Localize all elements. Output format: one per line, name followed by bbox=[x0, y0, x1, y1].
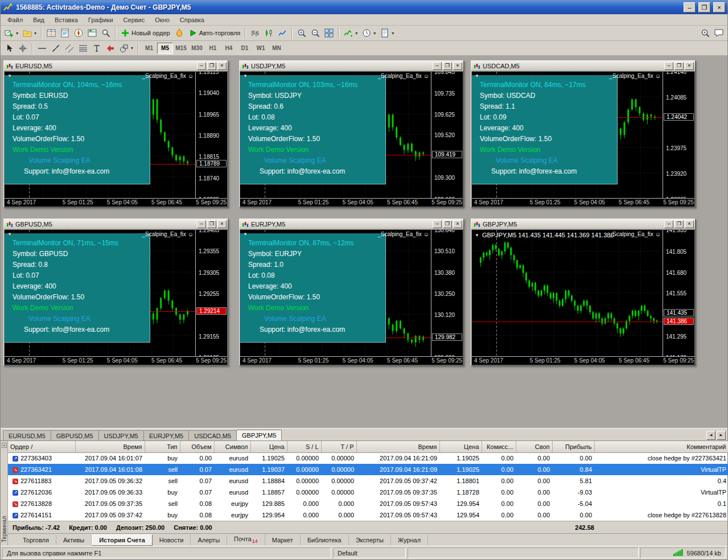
chart-window-titlebar[interactable]: GBPJPY,M5 – ❐ × bbox=[471, 219, 695, 229]
menu-tools[interactable]: Сервис bbox=[118, 15, 150, 25]
dropdown-arrow-icon[interactable]: ▾ bbox=[34, 31, 36, 36]
history-row-227363403[interactable]: ↗2273634032017.09.04 16:01:07buy0.00euru… bbox=[8, 452, 728, 464]
periods-button[interactable]: ▾ bbox=[360, 27, 378, 39]
indicators-button[interactable]: ▾ bbox=[342, 27, 360, 39]
chart-close-button[interactable]: × bbox=[685, 220, 694, 228]
chart-plot-area[interactable]: ▼ _Scalping_Ea_fix☺ TerminalMonitor ON, … bbox=[5, 230, 195, 356]
minimize-button[interactable]: – bbox=[684, 2, 696, 13]
chart-restore-button[interactable]: ❐ bbox=[443, 62, 452, 70]
chart-tab-eurjpy-m5[interactable]: EURJPY,M5 bbox=[143, 430, 189, 440]
timeframe-w1[interactable]: W1 bbox=[253, 43, 269, 54]
chart-restore-button[interactable]: ❐ bbox=[674, 62, 684, 70]
terminal-tab-journal[interactable]: Журнал bbox=[391, 535, 428, 545]
horizontal-line-button[interactable] bbox=[35, 42, 49, 55]
terminal-button[interactable] bbox=[85, 27, 99, 39]
history-row-227611883[interactable]: ↘2276118832017.09.05 09:36:32sell0.07eur… bbox=[8, 475, 728, 487]
column-header-3[interactable]: Объем bbox=[180, 441, 214, 452]
chart-restore-button[interactable]: ❐ bbox=[443, 220, 452, 228]
chart-window-usdcad[interactable]: USDCAD,M5 – ❐ × ▼ _Scalping_Ea_fix☺ Term… bbox=[471, 60, 696, 208]
menu-file[interactable]: Файл bbox=[2, 15, 28, 25]
chart-plot-area[interactable]: ▼ _Scalping_Ea_fix☺ TerminalMonitor ON, … bbox=[5, 72, 195, 198]
column-header-13[interactable]: Комментарий bbox=[594, 441, 728, 452]
navigator-button[interactable] bbox=[72, 27, 85, 39]
timeframe-h1[interactable]: H1 bbox=[205, 43, 221, 54]
chart-plot-area[interactable]: ▼ _Scalping_Ea_fix☺ TerminalMonitor ON, … bbox=[240, 72, 431, 198]
chart-close-button[interactable]: × bbox=[217, 220, 227, 228]
terminal-tab-trade[interactable]: Торговля bbox=[16, 535, 56, 545]
time-axis[interactable]: 4 Sep 20175 Sep 01:255 Sep 04:055 Sep 06… bbox=[5, 198, 227, 207]
restore-button[interactable]: ❐ bbox=[698, 2, 710, 13]
chart-minimize-button[interactable]: – bbox=[433, 62, 442, 70]
chart-bars-button[interactable] bbox=[248, 27, 262, 39]
terminal-tab-experts[interactable]: Эксперты bbox=[349, 535, 391, 545]
chart-window-gbpusd[interactable]: GBPUSD,M5 – ❐ × ▼ _Scalping_Ea_fix☺ Term… bbox=[3, 219, 228, 366]
chart-window-titlebar[interactable]: EURUSD,M5 – ❐ × bbox=[4, 61, 228, 71]
menu-view[interactable]: Вид bbox=[28, 15, 50, 25]
terminal-tab-market[interactable]: Маркет bbox=[265, 535, 301, 545]
time-axis[interactable]: 4 Sep 20175 Sep 01:255 Sep 04:055 Sep 06… bbox=[240, 356, 463, 365]
data-window-button[interactable] bbox=[58, 27, 72, 39]
chart-window-usdjpy[interactable]: USDJPY,M5 – ❐ × ▼ _Scalping_Ea_fix☺ Term… bbox=[239, 60, 464, 208]
dropdown-arrow-icon[interactable]: ▾ bbox=[373, 31, 376, 36]
history-row-227614151[interactable]: ↗2276141512017.09.05 09:37:42buy0.08eurj… bbox=[8, 509, 728, 521]
column-header-12[interactable]: Прибыль bbox=[552, 441, 594, 452]
chart-plot-area[interactable]: ▼ _Scalping_Ea_fix☺ TerminalMonitor ON, … bbox=[472, 72, 663, 198]
price-scale[interactable]: 130.640130.510130.380130.250130.120129.8… bbox=[431, 230, 463, 356]
new-order-button[interactable]: Новый ордер bbox=[118, 27, 172, 39]
trendline-button[interactable] bbox=[49, 42, 63, 55]
column-header-7[interactable]: T / P bbox=[321, 441, 356, 452]
chart-restore-button[interactable]: ❐ bbox=[207, 220, 216, 228]
chart-minimize-button[interactable]: – bbox=[664, 220, 673, 228]
titlebar[interactable]: 1568885: Activtrades-Demo - Демо Счет - … bbox=[1, 1, 727, 14]
price-scale[interactable]: 1.241401.240851.239751.239201.238651.240… bbox=[663, 72, 694, 198]
terminal-tab-mailbox[interactable]: Почта14 bbox=[227, 534, 265, 546]
terminal-close-icon[interactable]: × bbox=[2, 443, 7, 448]
chart-line-button[interactable] bbox=[275, 27, 289, 39]
chart-tab-usdjpy-m5[interactable]: USDJPY,M5 bbox=[98, 430, 144, 440]
chart-close-button[interactable]: × bbox=[453, 62, 462, 70]
timeframe-mn[interactable]: MN bbox=[269, 43, 285, 54]
price-scale[interactable]: 109.845109.735109.625109.520109.300109.1… bbox=[431, 72, 463, 198]
column-header-0[interactable]: Ордер / bbox=[8, 441, 75, 452]
chart-window-eurjpy[interactable]: EURJPY,M5 – ❐ × ▼ _Scalping_Ea_fix☺ Term… bbox=[239, 219, 464, 366]
chart-close-button[interactable]: × bbox=[217, 62, 227, 70]
column-header-1[interactable]: Время bbox=[75, 441, 145, 452]
search-button[interactable] bbox=[698, 27, 712, 39]
menu-charts[interactable]: Графики bbox=[83, 15, 118, 25]
column-header-2[interactable]: Тип bbox=[145, 441, 180, 452]
history-row-227363421[interactable]: ↘2273634212017.09.04 16:01:08sell0.07eur… bbox=[8, 464, 728, 475]
chart-window-titlebar[interactable]: EURJPY,M5 – ❐ × bbox=[240, 219, 463, 229]
chart-tab-eurusd-m5[interactable]: EURUSD,M5 bbox=[3, 430, 51, 440]
timeframe-h4[interactable]: H4 bbox=[221, 43, 237, 54]
timeframe-m1[interactable]: M1 bbox=[141, 43, 157, 54]
dropdown-arrow-icon[interactable]: ▾ bbox=[131, 46, 133, 51]
menu-window[interactable]: Окно bbox=[150, 15, 175, 25]
chart-plot-area[interactable]: ▼GBPJPY,M5 141.435 141.445 141.369 141.3… bbox=[472, 230, 663, 356]
templates-button[interactable]: ▾ bbox=[378, 27, 396, 39]
cursor-button[interactable] bbox=[2, 42, 16, 55]
terminal-tab-account-history[interactable]: История Счета bbox=[92, 534, 153, 546]
chart-minimize-button[interactable]: – bbox=[197, 220, 206, 228]
column-header-11[interactable]: Своп bbox=[516, 441, 552, 452]
text-tool-button[interactable] bbox=[90, 42, 104, 55]
menu-help[interactable]: Справка bbox=[175, 15, 209, 25]
time-axis[interactable]: 4 Sep 20175 Sep 01:255 Sep 04:055 Sep 06… bbox=[472, 198, 694, 207]
chart-tab-gbpjpy-m5[interactable]: GBPJPY,M5 bbox=[236, 430, 282, 440]
chart-minimize-button[interactable]: – bbox=[664, 62, 673, 70]
dropdown-arrow-icon[interactable]: ▾ bbox=[355, 31, 357, 36]
price-scale[interactable]: 141.935141.805141.680141.555141.295141.1… bbox=[663, 230, 694, 356]
menu-insert[interactable]: Вставка bbox=[50, 15, 83, 25]
chat-button[interactable] bbox=[712, 27, 726, 39]
profiles-button[interactable]: ▾ bbox=[20, 27, 39, 39]
terminal-tab-library[interactable]: Библиотека bbox=[301, 535, 349, 545]
shapes-button[interactable]: ▾ bbox=[117, 42, 135, 55]
tab-scroll-right-icon[interactable]: ► bbox=[717, 431, 726, 440]
fibonacci-button[interactable] bbox=[76, 42, 90, 55]
chart-window-titlebar[interactable]: GBPUSD,M5 – ❐ × bbox=[4, 219, 228, 229]
column-header-5[interactable]: Цена bbox=[250, 441, 287, 452]
history-row-227612036[interactable]: ↗2276120362017.09.05 09:36:33buy0.07euru… bbox=[8, 487, 728, 498]
close-button[interactable]: × bbox=[713, 2, 725, 13]
equidistant-channel-button[interactable] bbox=[63, 42, 76, 55]
column-header-10[interactable]: Комисс... bbox=[482, 441, 516, 452]
chart-close-button[interactable]: × bbox=[453, 220, 462, 228]
